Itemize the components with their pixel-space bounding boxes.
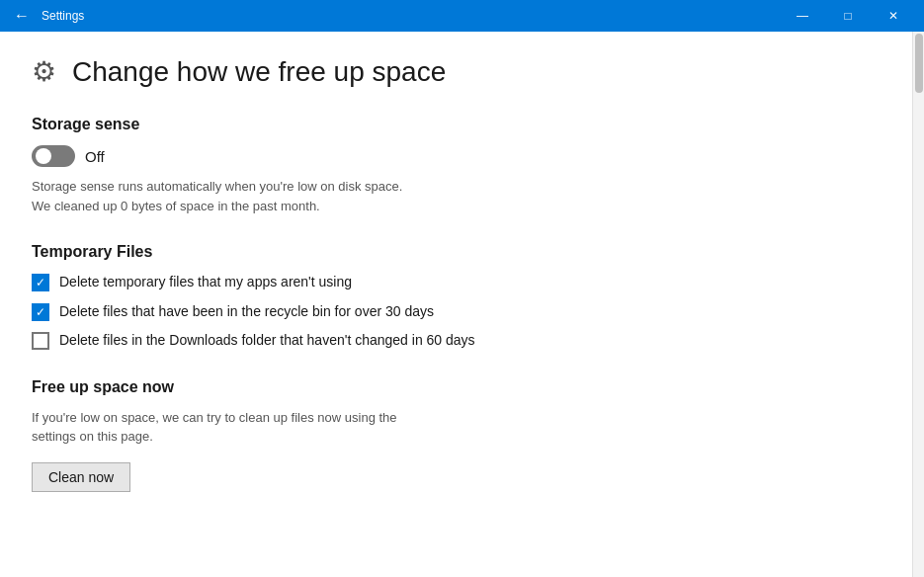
checkmark-1: ✓: [36, 277, 45, 288]
delete-temp-label: Delete temporary files that my apps aren…: [59, 273, 352, 292]
main-content: ⚙ Change how we free up space Storage se…: [0, 32, 924, 577]
delete-downloads-checkbox[interactable]: [32, 332, 49, 350]
checkbox-row-2: ✓ Delete files that have been in the rec…: [32, 302, 881, 322]
free-up-space-description: If you're low on space, we can try to cl…: [32, 408, 881, 447]
back-button[interactable]: ←: [8, 2, 36, 30]
storage-sense-description: Storage sense runs automatically when yo…: [32, 177, 881, 215]
checkmark-2: ✓: [36, 306, 45, 318]
checkbox-row-1: ✓ Delete temporary files that my apps ar…: [32, 273, 881, 292]
scrollbar[interactable]: [912, 32, 924, 577]
settings-page: ⚙ Change how we free up space Storage se…: [0, 32, 912, 577]
temporary-files-heading: Temporary Files: [32, 243, 881, 261]
back-icon: ←: [14, 7, 30, 25]
storage-sense-desc-line1: Storage sense runs automatically when yo…: [32, 179, 402, 194]
close-button[interactable]: ✕: [871, 0, 916, 32]
free-up-desc-line2: settings on this page.: [32, 429, 153, 444]
free-up-space-heading: Free up space now: [32, 378, 881, 396]
toggle-knob: [36, 148, 51, 164]
storage-sense-desc-line2: We cleaned up 0 bytes of space in the pa…: [32, 199, 320, 213]
storage-sense-section: Storage sense Off Storage sense runs aut…: [32, 116, 881, 215]
delete-downloads-label: Delete files in the Downloads folder tha…: [59, 331, 475, 351]
delete-recycle-checkbox[interactable]: ✓: [32, 303, 49, 321]
toggle-label: Off: [85, 148, 105, 165]
minimize-button[interactable]: —: [780, 0, 825, 32]
clean-now-button[interactable]: Clean now: [32, 462, 130, 492]
delete-temp-checkbox[interactable]: ✓: [32, 274, 49, 291]
gear-icon: ⚙: [32, 55, 56, 88]
scrollbar-thumb[interactable]: [915, 34, 923, 93]
page-title: Change how we free up space: [72, 56, 446, 88]
toggle-row: Off: [32, 145, 881, 167]
storage-sense-toggle[interactable]: [32, 145, 75, 167]
delete-recycle-label: Delete files that have been in the recyc…: [59, 302, 434, 322]
free-up-space-section: Free up space now If you're low on space…: [32, 378, 881, 492]
temporary-files-section: Temporary Files ✓ Delete temporary files…: [32, 243, 881, 351]
storage-sense-heading: Storage sense: [32, 116, 881, 133]
maximize-button[interactable]: □: [825, 0, 871, 32]
free-up-desc-line1: If you're low on space, we can try to cl…: [32, 410, 397, 425]
checkbox-row-3: Delete files in the Downloads folder tha…: [32, 331, 881, 351]
app-title: Settings: [42, 9, 780, 23]
page-header: ⚙ Change how we free up space: [32, 55, 881, 88]
window-controls: — □ ✕: [780, 0, 916, 32]
title-bar: ← Settings — □ ✕: [0, 0, 924, 32]
